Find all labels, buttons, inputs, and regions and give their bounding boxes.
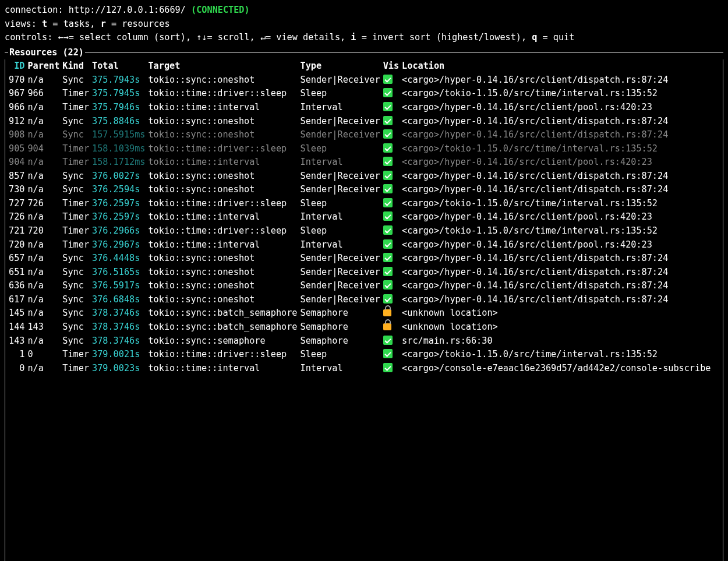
cell-id: 727	[8, 197, 27, 211]
cell-total: 375.8846s	[92, 115, 148, 129]
col-header-parent[interactable]: Parent	[27, 59, 62, 73]
lock-icon	[383, 309, 391, 316]
cell-kind: Sync	[62, 252, 92, 266]
col-header-id[interactable]: ID	[8, 59, 27, 73]
cell-id: 651	[8, 266, 27, 280]
cell-vis	[383, 73, 402, 87]
col-header-target[interactable]: Target	[148, 59, 300, 73]
cell-id: 730	[8, 183, 27, 197]
table-row[interactable]: 966n/aTimer375.7946stokio::time::interva…	[8, 101, 713, 115]
cell-target: tokio::sync::batch_semaphore	[148, 306, 300, 320]
check-icon	[383, 253, 393, 262]
cell-location: <cargo>/console-e7eaac16e2369d57/ad442e2…	[402, 362, 713, 376]
cell-vis	[383, 279, 402, 293]
table-row[interactable]: 730n/aSync376.2594stokio::sync::oneshotS…	[8, 183, 713, 197]
cell-parent: 0	[27, 348, 62, 362]
cell-total: 378.3746s	[92, 306, 148, 320]
controls-key-invert[interactable]: i	[351, 32, 356, 43]
table-row[interactable]: 727726Timer376.2597stokio::time::driver:…	[8, 197, 713, 211]
table-row[interactable]: 144143Sync378.3746stokio::sync::batch_se…	[8, 320, 713, 334]
cell-id: 967	[8, 87, 27, 101]
cell-kind: Sync	[62, 128, 92, 142]
cell-parent: 143	[27, 320, 62, 334]
cell-vis	[383, 101, 402, 115]
cell-total: 376.0027s	[92, 170, 148, 184]
views-key-tasks[interactable]: t	[42, 19, 47, 29]
cell-total: 157.5915ms	[92, 128, 148, 142]
cell-location: <cargo>/tokio-1.15.0/src/time/interval.r…	[402, 197, 713, 211]
table-row[interactable]: 0n/aTimer379.0023stokio::time::intervalI…	[8, 362, 713, 376]
col-header-kind[interactable]: Kind	[62, 59, 92, 73]
cell-target: tokio::time::interval	[148, 101, 300, 115]
cell-id: 908	[8, 128, 27, 142]
connection-line: connection: http://127.0.0.1:6669/ (CONN…	[5, 3, 723, 17]
table-row[interactable]: 617n/aSync376.6848stokio::sync::oneshotS…	[8, 293, 713, 307]
cell-kind: Sync	[62, 279, 92, 293]
table-row[interactable]: 970n/aSync375.7943stokio::sync::oneshotS…	[8, 73, 713, 87]
cell-location: <cargo>/hyper-0.14.16/src/client/dispatc…	[402, 115, 713, 129]
cell-vis	[383, 115, 402, 129]
views-key-resources[interactable]: r	[101, 19, 106, 29]
connection-status: (CONNECTED)	[191, 5, 250, 15]
table-row[interactable]: 636n/aSync376.5917stokio::sync::oneshotS…	[8, 279, 713, 293]
check-icon	[383, 143, 393, 153]
cell-kind: Timer	[62, 224, 92, 238]
cell-kind: Timer	[62, 142, 92, 156]
check-icon	[383, 184, 393, 193]
cell-id: 617	[8, 293, 27, 307]
cell-vis	[383, 170, 402, 184]
table-row[interactable]: 905904Timer158.1039mstokio::time::driver…	[8, 142, 713, 156]
table-row[interactable]: 143n/aSync378.3746stokio::sync::semaphor…	[8, 334, 713, 348]
cell-id: 636	[8, 279, 27, 293]
table-row[interactable]: 720n/aTimer376.2967stokio::time::interva…	[8, 238, 713, 252]
cell-kind: Timer	[62, 362, 92, 376]
cell-target: tokio::sync::oneshot	[148, 170, 300, 184]
cell-location: <cargo>/hyper-0.14.16/src/client/dispatc…	[402, 266, 713, 280]
table-row[interactable]: 857n/aSync376.0027stokio::sync::oneshotS…	[8, 170, 713, 184]
cell-total: 379.0021s	[92, 348, 148, 362]
cell-target: tokio::time::driver::sleep	[148, 87, 300, 101]
col-header-type[interactable]: Type	[301, 59, 383, 73]
views-label: views:	[5, 19, 37, 29]
cell-vis	[383, 252, 402, 266]
cell-id: 726	[8, 210, 27, 224]
cell-id: 912	[8, 115, 27, 129]
cell-parent: n/a	[27, 293, 62, 307]
cell-total: 376.2966s	[92, 224, 148, 238]
cell-target: tokio::time::interval	[148, 362, 300, 376]
cell-kind: Sync	[62, 73, 92, 87]
cell-type: Sender|Receiver	[301, 183, 383, 197]
table-row[interactable]: 726n/aTimer376.2597stokio::time::interva…	[8, 210, 713, 224]
cell-target: tokio::sync::oneshot	[148, 279, 300, 293]
table-row[interactable]: 10Timer379.0021stokio::time::driver::sle…	[8, 348, 713, 362]
cell-kind: Sync	[62, 320, 92, 334]
col-header-location[interactable]: Location	[402, 59, 713, 73]
check-icon	[383, 239, 393, 249]
cell-id: 657	[8, 252, 27, 266]
table-row[interactable]: 657n/aSync376.4448stokio::sync::oneshotS…	[8, 252, 713, 266]
table-row[interactable]: 904n/aTimer158.1712mstokio::time::interv…	[8, 156, 713, 170]
cell-location: src/main.rs:66:30	[402, 334, 713, 348]
table-row[interactable]: 912n/aSync375.8846stokio::sync::oneshotS…	[8, 115, 713, 129]
cell-total: 375.7946s	[92, 101, 148, 115]
table-row[interactable]: 908n/aSync157.5915mstokio::sync::oneshot…	[8, 128, 713, 142]
table-row[interactable]: 145n/aSync378.3746stokio::sync::batch_se…	[8, 306, 713, 320]
table-row[interactable]: 651n/aSync376.5165stokio::sync::oneshotS…	[8, 266, 713, 280]
table-row[interactable]: 721720Timer376.2966stokio::time::driver:…	[8, 224, 713, 238]
cell-vis	[383, 183, 402, 197]
cell-parent: 720	[27, 224, 62, 238]
check-icon	[383, 225, 393, 235]
cell-type: Sender|Receiver	[301, 252, 383, 266]
controls-text-3: = quit	[537, 32, 574, 43]
col-header-vis[interactable]: Vis	[383, 59, 402, 73]
cell-kind: Sync	[62, 266, 92, 280]
cell-parent: n/a	[27, 183, 62, 197]
col-header-total[interactable]: Total	[92, 59, 148, 73]
cell-location: <cargo>/tokio-1.15.0/src/time/interval.r…	[402, 224, 713, 238]
table-row[interactable]: 967966Timer375.7945stokio::time::driver:…	[8, 87, 713, 101]
cell-kind: Timer	[62, 101, 92, 115]
controls-text-2: = invert sort (highest/lowest),	[356, 32, 532, 43]
cell-kind: Timer	[62, 197, 92, 211]
cell-type: Interval	[301, 362, 383, 376]
cell-target: tokio::sync::oneshot	[148, 115, 300, 129]
